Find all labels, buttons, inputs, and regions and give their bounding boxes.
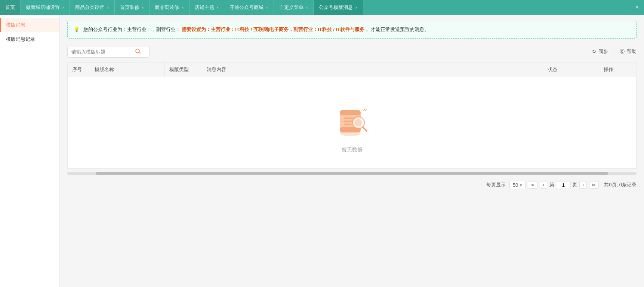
col-header-name: 模版名称 xyxy=(90,62,165,77)
sidebar-item-template-log-label: 模版消息记录 xyxy=(6,36,35,42)
col-name-label: 模版名称 xyxy=(95,67,114,72)
horizontal-scrollbar[interactable] xyxy=(67,172,637,175)
col-action-label: 操作 xyxy=(604,67,613,72)
table-header: 序号 模版名称 模版类型 消息内容 状态 操作 xyxy=(68,62,637,77)
page-size-select[interactable]: 50 ∨ xyxy=(509,181,526,189)
tab-custommenu[interactable]: 自定义菜单 × xyxy=(274,0,314,15)
svg-line-11 xyxy=(363,127,367,131)
notice-highlight: 需要设置为：主营行业：IT科技 / 互联网|电子商务，副营行业：IT科技 / I… xyxy=(182,27,369,32)
tab-template[interactable]: 公众号模版消息 × xyxy=(314,0,363,15)
col-seq-label: 序号 xyxy=(72,67,82,72)
tab-theme-close[interactable]: × xyxy=(216,5,219,10)
tab-bar-close-button[interactable]: × xyxy=(630,4,644,11)
tab-bar: 首页 微商城店铺设置 × 商品分类设置 × 首页装修 × 商品页装修 × 店铺主… xyxy=(0,0,644,15)
col-status-label: 状态 xyxy=(548,67,557,72)
page-size-value: 50 xyxy=(513,182,518,188)
sync-button[interactable]: ↻ 同步 xyxy=(592,48,608,55)
svg-rect-4 xyxy=(340,110,361,115)
page-first-button[interactable]: ⊲ xyxy=(528,181,537,189)
notice-suffix: 才能正常发送预置的消息。 xyxy=(371,27,429,32)
tab-mall-close[interactable]: × xyxy=(266,5,268,10)
data-table: 序号 模版名称 模版类型 消息内容 状态 操作 xyxy=(67,62,637,169)
tab-weshop-close[interactable]: × xyxy=(62,5,64,10)
svg-line-13 xyxy=(365,109,367,111)
scrollbar-track xyxy=(96,172,608,175)
pagination: 每页显示 50 ∨ ⊲ ‹ 第 页 › ⊳ 共0页, 0条记录 xyxy=(67,178,637,191)
col-header-type: 模版类型 xyxy=(165,62,202,77)
page-size-label: 每页显示 xyxy=(486,181,506,188)
sidebar-item-template-log[interactable]: 模版消息记录 xyxy=(0,32,59,46)
tab-product[interactable]: 商品页装修 × xyxy=(150,0,189,15)
tab-homepage[interactable]: 首页装修 × xyxy=(115,0,150,15)
page-input-wrap: 第 页 xyxy=(549,181,577,189)
help-icon: ⓪ xyxy=(620,49,625,54)
notice-icon: 💡 xyxy=(74,27,80,32)
svg-line-1 xyxy=(139,52,140,54)
tab-homepage-label: 首页装修 xyxy=(120,4,139,11)
table-body: 暂无数据 xyxy=(68,77,637,168)
page-next-button[interactable]: › xyxy=(579,181,587,189)
search-icon[interactable] xyxy=(135,48,141,55)
content-area: 💡 您的公众号行业为：主营行业：，副营行业： 需要设置为：主营行业：IT科技 /… xyxy=(60,15,644,287)
empty-state-text: 暂无数据 xyxy=(342,147,363,153)
tab-home-label: 首页 xyxy=(5,4,15,11)
tab-homepage-close[interactable]: × xyxy=(142,5,144,10)
tab-home[interactable]: 首页 xyxy=(0,0,21,15)
tab-weshop-label: 微商城店铺设置 xyxy=(26,4,60,11)
sidebar-item-template-msg[interactable]: 模版消息 xyxy=(0,18,59,32)
page-last-button[interactable]: ⊳ xyxy=(589,181,599,189)
tab-custommenu-close[interactable]: × xyxy=(306,5,308,10)
page-word: 第 xyxy=(549,181,554,188)
tab-weshop[interactable]: 微商城店铺设置 × xyxy=(21,0,70,15)
chevron-down-icon: ∨ xyxy=(520,183,522,187)
tab-template-label: 公众号模版消息 xyxy=(319,4,353,11)
search-input-wrap[interactable] xyxy=(67,46,150,58)
tab-category-label: 商品分类设置 xyxy=(75,4,104,11)
sidebar: 模版消息 模版消息记录 xyxy=(0,15,60,287)
search-bar: ↻ 同步 | ⓪ 帮助 xyxy=(67,46,637,58)
svg-point-10 xyxy=(355,119,362,126)
col-header-seq: 序号 xyxy=(68,62,90,77)
tab-theme-label: 店铺主题 xyxy=(195,4,214,11)
help-label: 帮助 xyxy=(627,49,637,54)
page-unit: 页 xyxy=(572,181,577,188)
empty-state-icon xyxy=(332,100,373,141)
tab-mall-label: 开通公众号商城 xyxy=(229,4,264,11)
col-content-label: 消息内容 xyxy=(207,67,226,72)
main-layout: 模版消息 模版消息记录 💡 您的公众号行业为：主营行业：，副营行业： 需要设置为… xyxy=(0,15,644,287)
sidebar-item-template-msg-label: 模版消息 xyxy=(6,22,25,28)
empty-state: 暂无数据 xyxy=(68,77,636,168)
tab-mall[interactable]: 开通公众号商城 × xyxy=(224,0,274,15)
sync-label: 同步 xyxy=(598,49,608,54)
col-header-content: 消息内容 xyxy=(202,62,543,77)
page-number-input[interactable] xyxy=(556,181,571,189)
tab-product-close[interactable]: × xyxy=(181,5,184,10)
tab-template-close[interactable]: × xyxy=(355,5,357,10)
tab-theme[interactable]: 店铺主题 × xyxy=(189,0,224,15)
help-button[interactable]: ⓪ 帮助 xyxy=(620,48,637,55)
col-type-label: 模版类型 xyxy=(169,67,189,72)
search-input[interactable] xyxy=(71,49,135,55)
page-prev-button[interactable]: ‹ xyxy=(540,181,547,189)
col-header-action: 操作 xyxy=(599,62,637,77)
total-info: 共0页, 0条记录 xyxy=(604,181,637,188)
tab-product-label: 商品页装修 xyxy=(155,4,179,11)
tab-category[interactable]: 商品分类设置 × xyxy=(70,0,114,15)
tab-category-close[interactable]: × xyxy=(107,5,109,10)
tab-custommenu-label: 自定义菜单 xyxy=(279,4,303,11)
notice-banner: 💡 您的公众号行业为：主营行业：，副营行业： 需要设置为：主营行业：IT科技 /… xyxy=(67,21,637,39)
divider: | xyxy=(613,49,614,55)
search-actions: ↻ 同步 | ⓪ 帮助 xyxy=(592,48,637,55)
col-header-status: 状态 xyxy=(543,62,599,77)
notice-prefix: 您的公众号行业为：主营行业：，副营行业： xyxy=(83,27,181,32)
sync-icon: ↻ xyxy=(592,49,596,54)
